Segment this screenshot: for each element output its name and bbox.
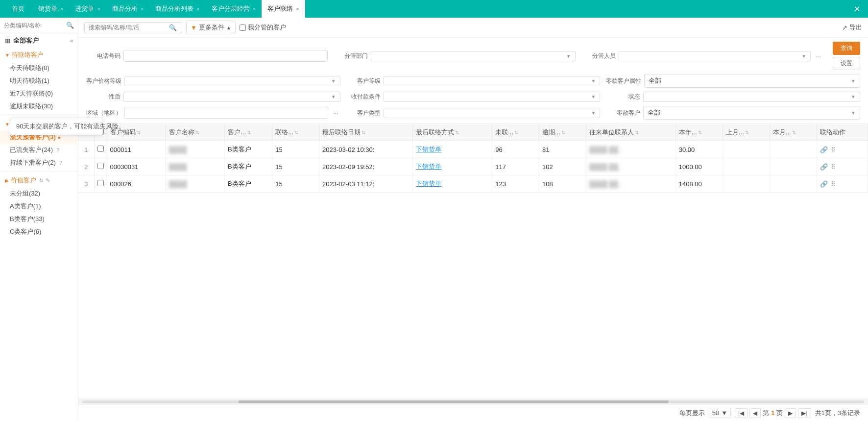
customer-level-chevron-icon: ▼	[591, 78, 596, 84]
row-last-month	[723, 175, 770, 193]
status-select[interactable]: ▼	[643, 92, 860, 102]
method-sort-icon[interactable]: ⇅	[455, 130, 459, 135]
my-customers-input[interactable]	[240, 25, 246, 31]
sidebar-item-class-a[interactable]: A类客户(1)	[0, 200, 78, 213]
year-sort-icon[interactable]: ⇅	[698, 130, 702, 135]
close-analysis-list-tab[interactable]: ×	[196, 6, 199, 12]
this-month-sort-icon[interactable]: ⇅	[792, 130, 796, 135]
sidebar-group-value[interactable]: ▶ 价值客户 ↻ ✎	[0, 173, 78, 187]
overdue-sort-icon[interactable]: ⇅	[561, 130, 565, 135]
category-search-input[interactable]	[4, 22, 64, 29]
person-dots[interactable]: ···	[814, 52, 823, 60]
row-action[interactable]: 🔗 ⠿	[817, 141, 868, 158]
global-search-icon[interactable]: 🔍	[169, 24, 177, 31]
gender-select[interactable]: ▼	[123, 92, 340, 102]
horizontal-scrollbar[interactable]	[78, 398, 868, 404]
settings-button[interactable]: 设置	[833, 57, 860, 70]
export-button[interactable]: ↗ 导出	[842, 23, 862, 32]
sidebar-item-overdue[interactable]: 逾期未联络(30)	[0, 100, 78, 113]
action-link-icon[interactable]: 🔗	[820, 180, 828, 188]
price-level-select[interactable]: ▼	[124, 76, 340, 86]
zero-attr-select[interactable]: 全部 ▼	[644, 74, 860, 88]
row-checkbox[interactable]	[94, 158, 107, 175]
action-menu-icon[interactable]: ⠿	[831, 146, 836, 153]
refresh-icon[interactable]: ↻	[39, 177, 44, 184]
close-analysis-tab[interactable]: ×	[141, 6, 144, 12]
filter-gender: 性质 ▼	[86, 92, 340, 102]
more-conditions-button[interactable]: ▼ 更多条件 ▲	[186, 21, 236, 34]
sidebar-item-today[interactable]: 今天待联络(0)	[0, 62, 78, 74]
row-action[interactable]: 🔗 ⠿	[817, 158, 868, 175]
sidebar-collapse-icon[interactable]: «	[70, 38, 73, 44]
edit-icon[interactable]: ✎	[46, 177, 50, 184]
last-month-sort-icon[interactable]: ⇅	[745, 130, 749, 135]
sidebar-item-7days[interactable]: 近7天待联络(0)	[0, 87, 78, 100]
sidebar-item-class-b[interactable]: B类客户(33)	[0, 213, 78, 225]
type-sort-icon[interactable]: ⇅	[247, 130, 251, 135]
row-last-method[interactable]: 下销货单	[413, 141, 492, 158]
tab-purchase[interactable]: 进货单 ×	[69, 0, 106, 18]
region-input[interactable]	[124, 107, 328, 119]
dept-select[interactable]: ▼	[371, 51, 575, 61]
row-uncontacted: 123	[492, 175, 539, 193]
row-last-method[interactable]: 下销货单	[413, 158, 492, 175]
close-contact-tab[interactable]: ×	[296, 6, 299, 12]
row-this-year: 1408.00	[675, 175, 723, 193]
page-size-value: 50	[712, 409, 719, 417]
action-link-icon[interactable]: 🔗	[820, 146, 828, 153]
all-customers-item[interactable]: ⊞ 全部客户 «	[0, 33, 78, 48]
global-search-input[interactable]	[89, 24, 167, 31]
row-checkbox[interactable]	[94, 175, 107, 193]
prev-page-button[interactable]: ◀	[749, 408, 761, 418]
close-purchase-tab[interactable]: ×	[97, 6, 100, 12]
page-size-select[interactable]: 50 ▼	[709, 408, 731, 418]
tab-analysis-list[interactable]: 商品分析列表 ×	[149, 0, 205, 18]
scroll-thumb[interactable]	[239, 400, 669, 403]
row-contact: 15	[272, 141, 319, 158]
row-action[interactable]: 🔗 ⠿	[817, 175, 868, 193]
action-menu-icon[interactable]: ⠿	[831, 180, 836, 188]
contact-sort-icon[interactable]: ⇅	[294, 130, 298, 135]
uncontacted-sort-icon[interactable]: ⇅	[514, 130, 518, 135]
arrow-down-icon: ▼	[5, 52, 10, 58]
sidebar-item-tomorrow[interactable]: 明天待联络(1)	[0, 74, 78, 87]
customer-type-select[interactable]: ▼	[384, 108, 601, 118]
tab-home[interactable]: 首页	[4, 0, 32, 18]
code-sort-icon[interactable]: ⇅	[137, 130, 141, 135]
tab-sales[interactable]: 销货单 ×	[32, 0, 69, 18]
row-this-year: 1000.00	[675, 158, 723, 175]
sidebar-item-unclassified[interactable]: 未分组(32)	[0, 187, 78, 200]
close-layers-tab[interactable]: ×	[253, 6, 256, 12]
sidebar-item-declining[interactable]: 持续下滑客户(2) ?	[0, 156, 78, 169]
name-sort-icon[interactable]: ⇅	[195, 130, 199, 135]
sidebar-item-churned[interactable]: 已流失客户(24) ?	[0, 144, 78, 156]
person-select[interactable]: ▼	[619, 51, 811, 61]
zero-customer-select[interactable]: 全部 ▼	[643, 106, 860, 120]
tab-analysis[interactable]: 商品分析 ×	[106, 0, 149, 18]
customer-level-select[interactable]: ▼	[384, 76, 601, 86]
next-page-button[interactable]: ▶	[785, 408, 796, 418]
date-sort-icon[interactable]: ⇅	[362, 130, 365, 135]
first-page-button[interactable]: |◀	[735, 408, 747, 418]
close-window-button[interactable]: ✕	[850, 4, 864, 14]
region-dots[interactable]: ···	[331, 109, 340, 117]
sidebar-item-class-c[interactable]: C类客户(6)	[0, 225, 78, 238]
payment-select[interactable]: ▼	[384, 92, 601, 102]
my-customers-checkbox[interactable]: 我分管的客户	[240, 23, 286, 32]
divider-1	[0, 115, 78, 115]
phone-input[interactable]	[123, 50, 328, 62]
toolbar-search-bar[interactable]: 🔍	[84, 22, 182, 33]
action-menu-icon[interactable]: ⠿	[831, 163, 836, 171]
row-checkbox[interactable]	[94, 141, 107, 158]
scroll-track[interactable]	[82, 400, 864, 403]
sidebar-group-pending[interactable]: ▼ 待联络客户	[0, 48, 78, 62]
query-button[interactable]: 查询	[833, 42, 860, 55]
unit-sort-icon[interactable]: ⇅	[635, 130, 639, 135]
action-link-icon[interactable]: 🔗	[820, 163, 828, 171]
sidebar-search-bar[interactable]: 🔍	[0, 18, 78, 33]
row-last-method[interactable]: 下销货单	[413, 175, 492, 193]
last-page-button[interactable]: ▶|	[798, 408, 811, 418]
tab-customer-contact[interactable]: 客户联络 ×	[262, 0, 305, 18]
tab-customer-layers[interactable]: 客户分层经营 ×	[206, 0, 262, 18]
close-sales-tab[interactable]: ×	[60, 6, 63, 12]
